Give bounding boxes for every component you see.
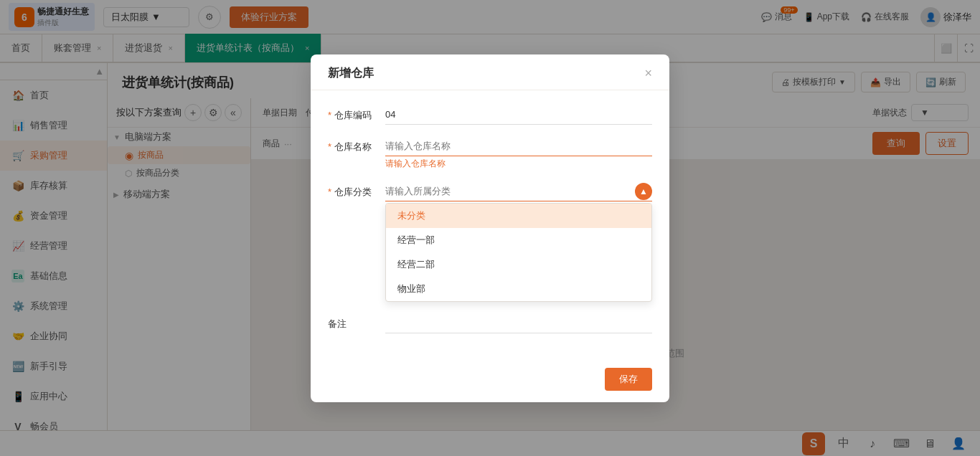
dropdown-item-property[interactable]: 物业部: [386, 277, 651, 301]
new-warehouse-dialog: 新增仓库 × 仓库编码 仓库名称 请输入仓库名称 仓库分类: [311, 54, 669, 402]
code-control: [385, 105, 652, 125]
category-control: ▲ 未分类 经营一部 经营二部 物业部: [385, 181, 652, 302]
save-button[interactable]: 保存: [605, 368, 652, 391]
category-input[interactable]: [385, 181, 652, 201]
category-label: 仓库分类: [328, 186, 385, 199]
dialog-overlay[interactable]: 新增仓库 × 仓库编码 仓库名称 请输入仓库名称 仓库分类: [0, 0, 980, 456]
dropdown-item-uncategorized[interactable]: 未分类: [386, 204, 651, 228]
name-input[interactable]: [385, 136, 652, 156]
note-label: 备注: [328, 318, 385, 331]
category-row: 仓库分类 ▲ 未分类 经营一部 经营二部 物业部: [328, 181, 652, 302]
code-input[interactable]: [385, 105, 652, 125]
category-select-wrap: ▲: [385, 181, 652, 201]
dialog-body: 仓库编码 仓库名称 请输入仓库名称 仓库分类 ▲: [311, 90, 669, 359]
note-input[interactable]: [385, 313, 652, 333]
code-label: 仓库编码: [328, 109, 385, 122]
dropdown-item-dept1[interactable]: 经营一部: [386, 228, 651, 252]
dialog-title: 新增仓库: [328, 66, 374, 81]
note-control: [385, 313, 652, 333]
dialog-header: 新增仓库 ×: [311, 54, 669, 90]
name-error-msg: 请输入仓库名称: [385, 158, 652, 170]
name-control: 请输入仓库名称: [385, 136, 652, 170]
dropdown-item-dept2[interactable]: 经营二部: [386, 252, 651, 277]
dialog-close-button[interactable]: ×: [644, 66, 652, 81]
code-row: 仓库编码: [328, 105, 652, 125]
name-row: 仓库名称 请输入仓库名称: [328, 136, 652, 170]
note-row: 备注: [328, 313, 652, 333]
category-chevron-icon[interactable]: ▲: [635, 183, 652, 200]
name-label: 仓库名称: [328, 141, 385, 153]
category-dropdown: 未分类 经营一部 经营二部 物业部: [385, 203, 652, 302]
dialog-footer: 保存: [311, 359, 669, 402]
